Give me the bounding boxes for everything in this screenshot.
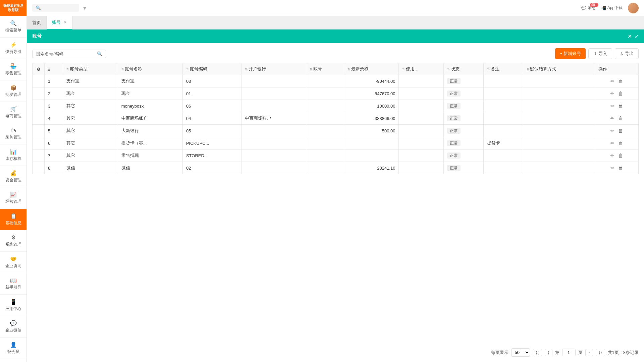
sidebar-item-enterprise[interactable]: 🤝 企业协同 [0, 252, 26, 273]
page-expand-button[interactable]: ⤢ [635, 34, 639, 39]
col-usage[interactable]: 使用... [399, 63, 444, 75]
col-default-payment[interactable]: 默认结算方式 [523, 63, 595, 75]
col-settings[interactable]: ⚙ [33, 63, 45, 75]
search-box[interactable]: 🔍 [32, 50, 106, 58]
row-name: 现金 [118, 87, 182, 100]
page-next-button[interactable]: ⟩ [585, 349, 593, 356]
row-ops: ✏ 🗑 [595, 100, 638, 112]
tab-home-label: 首页 [32, 20, 41, 26]
edit-button[interactable]: ✏ [609, 115, 616, 122]
edit-button[interactable]: ✏ [609, 103, 616, 109]
row-code: 03 [182, 75, 241, 87]
topbar-search-input[interactable] [43, 6, 76, 10]
edit-button[interactable]: ✏ [609, 140, 616, 146]
row-settings [33, 100, 45, 112]
sidebar-item-inventory[interactable]: 📊 库存核算 [0, 144, 26, 166]
topbar-search-box[interactable]: 🔍 [32, 4, 79, 12]
row-account-no [306, 112, 344, 125]
table-row: 8 微信 微信 02 28241.10 正常 ✏ 🗑 [33, 162, 639, 174]
row-balance: -90444.00 [344, 75, 399, 87]
export-button[interactable]: ⇩ 导出 [615, 48, 639, 59]
col-bank[interactable]: 开户银行 [241, 63, 306, 75]
sidebar-item-wechat[interactable]: 💬 企业微信 [0, 316, 26, 338]
col-remark[interactable]: 备注 [484, 63, 523, 75]
row-usage [399, 112, 444, 125]
quick-nav-icon: ⚡ [1, 42, 25, 48]
row-code: 02 [182, 162, 241, 174]
tab-account-close[interactable]: ✕ [63, 20, 67, 24]
delete-button[interactable]: 🗑 [617, 90, 624, 97]
edit-button[interactable]: ✏ [609, 152, 616, 159]
col-balance[interactable]: 最新余额 [344, 63, 399, 75]
row-remark [484, 100, 523, 112]
purchase-icon: 🛍 [1, 127, 25, 133]
sidebar-item-label: 经营管理 [1, 199, 25, 204]
edit-button[interactable]: ✏ [609, 165, 616, 171]
member-icon: 👤 [1, 342, 25, 348]
search-input[interactable] [36, 51, 95, 56]
sidebar-item-search-menu[interactable]: 🔍 搜索菜单 [0, 16, 26, 38]
sidebar-item-member[interactable]: 👤 畅会员 [0, 338, 26, 359]
system-icon: ⚙ [1, 234, 25, 241]
toolbar: 🔍 + 新增账号 ⇧ 导入 ⇩ 导出 [32, 48, 639, 59]
topbar-right: 💬 消息 99+ 📲 App下载 [581, 3, 639, 13]
row-name: 提货卡（零... [118, 137, 182, 149]
table-row: 4 其它 中百商场账户 04 中百商场账户 383866.00 正常 ✏ 🗑 [33, 112, 639, 125]
ecommerce-icon: 🛒 [1, 106, 25, 112]
sidebar-item-quick-nav[interactable]: ⚡ 快捷导航 [0, 38, 26, 59]
sidebar-item-ecommerce[interactable]: 🛒 电商管理 [0, 102, 26, 123]
sidebar-item-label: 快捷导航 [1, 49, 25, 55]
delete-button[interactable]: 🗑 [617, 140, 624, 146]
topbar-dropdown-icon[interactable]: ▾ [83, 4, 86, 12]
edit-button[interactable]: ✏ [609, 127, 616, 134]
sidebar-item-retail[interactable]: 🏪 零售管理 [0, 59, 26, 80]
sidebar-item-purchase[interactable]: 🛍 采购管理 [0, 123, 26, 144]
page-close-button[interactable]: ✕ [628, 33, 632, 40]
row-index: 8 [45, 162, 63, 174]
delete-button[interactable]: 🗑 [617, 115, 624, 122]
tab-home[interactable]: 首页 [27, 16, 47, 29]
sidebar-item-basic-info[interactable]: 📋 基础信息 [0, 209, 26, 230]
edit-button[interactable]: ✏ [609, 78, 616, 84]
app-download-button[interactable]: 📲 App下载 [601, 5, 623, 11]
sidebar-item-wholesale[interactable]: 📦 批发管理 [0, 80, 26, 102]
capital-icon: 💰 [1, 170, 25, 176]
delete-button[interactable]: 🗑 [617, 152, 624, 159]
delete-button[interactable]: 🗑 [617, 165, 624, 171]
sidebar-item-capital[interactable]: 💰 资金管理 [0, 166, 26, 187]
col-account-no[interactable]: 账号 [306, 63, 344, 75]
col-account-code[interactable]: 账号编码 [182, 63, 241, 75]
sidebar-item-starter[interactable]: 📖 新手引导 [0, 273, 26, 295]
pagination: 每页显示 50 100 ⟨⟨ ⟨ 第 页 ⟩ ⟩⟩ 共1页，8条记录 [491, 348, 639, 357]
delete-button[interactable]: 🗑 [617, 78, 624, 84]
message-button[interactable]: 💬 消息 99+ [581, 5, 596, 11]
message-icon: 💬 [581, 6, 586, 10]
import-button[interactable]: ⇧ 导入 [588, 48, 612, 59]
sidebar-item-operations[interactable]: 📈 经营管理 [0, 187, 26, 209]
row-remark [484, 87, 523, 100]
row-ops: ✏ 🗑 [595, 162, 638, 174]
tab-account[interactable]: 账号 ✕ [47, 16, 72, 29]
search-menu-icon: 🔍 [1, 20, 25, 26]
toolbar-buttons: + 新增账号 ⇧ 导入 ⇩ 导出 [555, 48, 639, 59]
col-status[interactable]: 状态 [444, 63, 484, 75]
row-name: 微信 [118, 162, 182, 174]
add-account-button[interactable]: + 新增账号 [555, 48, 586, 59]
col-account-type[interactable]: 账号类型 [63, 63, 118, 75]
delete-button[interactable]: 🗑 [617, 127, 624, 134]
row-balance: 10000.00 [344, 100, 399, 112]
page-size-select[interactable]: 50 100 [511, 348, 530, 357]
row-index: 4 [45, 112, 63, 125]
page-prev-button[interactable]: ⟨ [545, 349, 552, 356]
delete-button[interactable]: 🗑 [617, 103, 624, 109]
row-ops: ✏ 🗑 [595, 87, 638, 100]
page-first-button[interactable]: ⟨⟨ [533, 349, 542, 356]
sidebar-item-app-center[interactable]: 📱 应用中心 [0, 295, 26, 316]
sidebar-item-system[interactable]: ⚙ 系统管理 [0, 230, 26, 252]
page-last-button[interactable]: ⟩⟩ [596, 349, 605, 356]
avatar[interactable] [628, 3, 639, 13]
page-input[interactable] [562, 349, 576, 356]
col-account-name[interactable]: 账号名称 [118, 63, 182, 75]
row-code: PICKUPC... [182, 137, 241, 149]
edit-button[interactable]: ✏ [609, 90, 616, 97]
